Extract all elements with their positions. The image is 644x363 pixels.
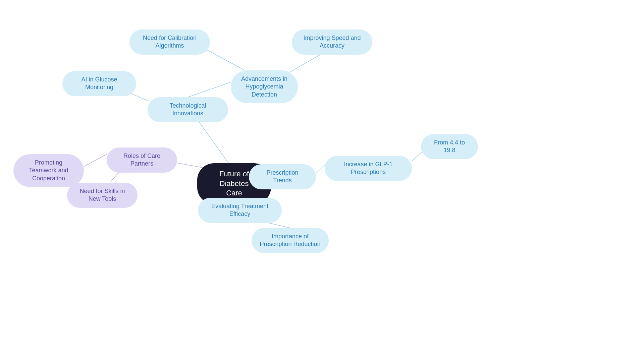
- node-increaseGLP: Increase in GLP-1 Prescriptions: [325, 156, 412, 181]
- node-from44: From 4.4 to 19.8: [421, 134, 478, 159]
- node-aiGlucose: AI in Glucose Monitoring: [62, 71, 136, 96]
- node-speedAccuracy: Improving Speed and Accuracy: [292, 29, 372, 55]
- node-prescriptionTrends: Prescription Trends: [249, 164, 316, 189]
- svg-line-6: [203, 48, 245, 70]
- svg-line-10: [316, 165, 325, 173]
- node-calibration: Need for Calibration Algorithms: [129, 29, 210, 55]
- node-evaluatingEfficacy: Evaluating Treatment Efficacy: [198, 198, 282, 223]
- node-promotingTeamwork: Promoting Teamwork and Cooperation: [13, 154, 84, 187]
- svg-line-4: [188, 82, 231, 97]
- node-techInnovations: Technological Innovations: [148, 97, 228, 122]
- node-needSkills: Need for Skills in New Tools: [67, 183, 138, 208]
- node-hypoglycemia: Advancements in Hypoglycemia Detection: [231, 70, 298, 103]
- node-rolesPartners: Roles of Care Partners: [107, 147, 177, 173]
- svg-line-8: [84, 154, 107, 167]
- node-prescriptionReduction: Importance of Prescription Reduction: [252, 228, 329, 253]
